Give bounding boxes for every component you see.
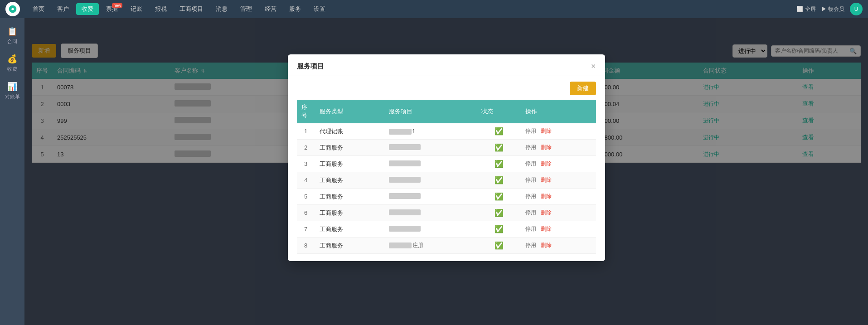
modal-cell-seq: 8	[297, 238, 315, 254]
modal-cell-action: 停用 删除	[521, 140, 596, 156]
modal-cell-status: ✅	[477, 172, 521, 189]
status-check-icon: ✅	[495, 242, 504, 249]
nav-invoice[interactable]: 票据 new	[101, 3, 123, 15]
nav-tax[interactable]: 报税	[150, 3, 172, 15]
modal-cell-item	[384, 156, 477, 172]
modal-cell-seq: 7	[297, 221, 315, 238]
modal-cell-seq: 4	[297, 172, 315, 189]
modal-cell-item: 注册	[384, 238, 477, 254]
modal-cell-action: 停用 删除	[521, 221, 596, 238]
modal-close-button[interactable]: ×	[591, 62, 596, 71]
modal-cell-action: 停用 删除	[521, 238, 596, 254]
modal-cell-seq: 3	[297, 156, 315, 172]
top-navigation: 首页 客户 收费 票据 new 记账 报税 工商项目 消息 管理 经营 服务 设…	[0, 0, 868, 18]
delete-button[interactable]: 删除	[541, 177, 552, 183]
sidebar-item-reconcile[interactable]: 📊 对账单	[0, 77, 24, 105]
modal-cell-seq: 6	[297, 205, 315, 221]
stop-button[interactable]: 停用	[525, 209, 536, 216]
avatar[interactable]: U	[850, 3, 863, 15]
sidebar-label-contract: 合同	[7, 38, 17, 45]
nav-customer[interactable]: 客户	[52, 3, 74, 15]
modal-table-row: 4 工商服务 ✅ 停用 删除	[297, 172, 596, 189]
sidebar-item-charge[interactable]: 💰 收费	[0, 49, 24, 77]
modal-table-row: 1 代理记账 1 ✅ 停用 删除	[297, 123, 596, 140]
modal-table-row: 5 工商服务 ✅ 停用 删除	[297, 189, 596, 205]
status-check-icon: ✅	[495, 127, 504, 135]
modal-table-row: 2 工商服务 ✅ 停用 删除	[297, 140, 596, 156]
status-check-icon: ✅	[495, 209, 504, 217]
nav-charge[interactable]: 收费	[76, 3, 99, 15]
modal-cell-item	[384, 221, 477, 238]
modal-th-action: 操作	[521, 100, 596, 123]
delete-button[interactable]: 删除	[541, 226, 552, 232]
status-check-icon: ✅	[495, 225, 504, 233]
modal-cell-type: 代理记账	[315, 123, 384, 140]
modal-cell-action: 停用 删除	[521, 172, 596, 189]
modal-cell-type: 工商服务	[315, 205, 384, 221]
logo	[5, 2, 20, 16]
contract-icon: 📋	[7, 26, 17, 36]
modal-cell-item	[384, 140, 477, 156]
modal-header-row: 序号 服务类型 服务项目 状态 操作	[297, 100, 596, 123]
stop-button[interactable]: 停用	[525, 128, 536, 134]
nav-settings[interactable]: 设置	[308, 3, 331, 15]
delete-button[interactable]: 删除	[541, 160, 552, 167]
delete-button[interactable]: 删除	[541, 128, 552, 134]
stop-button[interactable]: 停用	[525, 144, 536, 150]
modal-cell-action: 停用 删除	[521, 156, 596, 172]
nav-manage[interactable]: 管理	[235, 3, 257, 15]
modal-cell-item	[384, 189, 477, 205]
delete-button[interactable]: 删除	[541, 193, 552, 199]
sidebar-label-charge: 收费	[7, 66, 17, 73]
modal-cell-type: 工商服务	[315, 172, 384, 189]
modal-toolbar: 新建	[297, 82, 596, 95]
modal-new-button[interactable]: 新建	[570, 82, 596, 95]
stop-button[interactable]: 停用	[525, 193, 536, 199]
modal-table-row: 7 工商服务 ✅ 停用 删除	[297, 221, 596, 238]
modal-th-status: 状态	[477, 100, 521, 123]
stop-button[interactable]: 停用	[525, 242, 536, 248]
modal-cell-action: 停用 删除	[521, 123, 596, 140]
stop-button[interactable]: 停用	[525, 177, 536, 183]
modal-body: 新建 序号 服务类型 服务项目 状态 操作 1 代理记账 1 ✅ 停用	[288, 76, 605, 261]
stop-button[interactable]: 停用	[525, 226, 536, 232]
modal-cell-status: ✅	[477, 189, 521, 205]
modal-overlay: 服务项目 × 新建 序号 服务类型 服务项目 状态 操作 1	[24, 18, 868, 325]
nav-items: 首页 客户 收费 票据 new 记账 报税 工商项目 消息 管理 经营 服务 设…	[27, 3, 796, 15]
modal-th-item: 服务项目	[384, 100, 477, 123]
modal-cell-type: 工商服务	[315, 156, 384, 172]
modal-cell-status: ✅	[477, 156, 521, 172]
fullscreen-btn[interactable]: ⬜ 全屏	[796, 5, 815, 13]
status-check-icon: ✅	[495, 176, 504, 184]
status-check-icon: ✅	[495, 160, 504, 168]
vip-btn[interactable]: ▶ 畅会员	[821, 5, 844, 13]
status-check-icon: ✅	[495, 144, 504, 151]
modal-cell-type: 工商服务	[315, 189, 384, 205]
nav-message[interactable]: 消息	[210, 3, 233, 15]
nav-industry[interactable]: 工商项目	[174, 3, 209, 15]
modal-cell-status: ✅	[477, 221, 521, 238]
delete-button[interactable]: 删除	[541, 242, 552, 248]
nav-bookkeeping[interactable]: 记账	[125, 3, 148, 15]
sidebar: 📋 合同 💰 收费 📊 对账单	[0, 18, 24, 325]
modal-cell-status: ✅	[477, 140, 521, 156]
modal-cell-status: ✅	[477, 238, 521, 254]
top-nav-right: ⬜ 全屏 ▶ 畅会员 U	[796, 3, 863, 15]
nav-operation[interactable]: 经营	[259, 3, 282, 15]
nav-home[interactable]: 首页	[27, 3, 50, 15]
modal-cell-action: 停用 删除	[521, 189, 596, 205]
stop-button[interactable]: 停用	[525, 160, 536, 167]
delete-button[interactable]: 删除	[541, 144, 552, 150]
delete-button[interactable]: 删除	[541, 209, 552, 216]
sidebar-label-reconcile: 对账单	[5, 93, 20, 100]
modal-cell-seq: 2	[297, 140, 315, 156]
modal-th-type: 服务类型	[315, 100, 384, 123]
status-check-icon: ✅	[495, 193, 504, 200]
modal-cell-type: 工商服务	[315, 140, 384, 156]
modal-cell-type: 工商服务	[315, 238, 384, 254]
modal-header: 服务项目 ×	[288, 54, 605, 76]
modal-cell-seq: 5	[297, 189, 315, 205]
sidebar-item-contract[interactable]: 📋 合同	[0, 22, 24, 49]
nav-service[interactable]: 服务	[284, 3, 306, 15]
reconcile-icon: 📊	[7, 82, 17, 92]
